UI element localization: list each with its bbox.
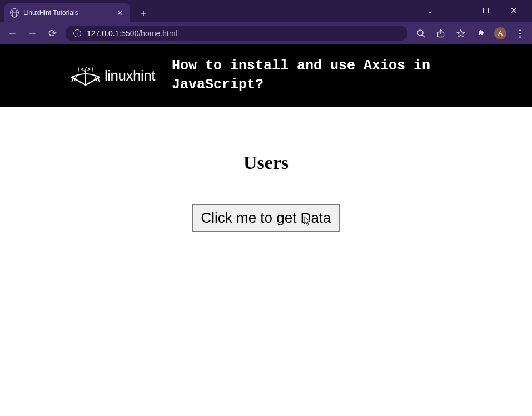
logo-mark-icon: {</>} — [71, 63, 100, 88]
url-text: 127.0.0.1:5500/home.html — [87, 29, 177, 38]
site-banner: {</>} linuxhint How to install and use A… — [0, 44, 532, 107]
tab-title: LinuxHint Tutorials — [23, 9, 111, 17]
arrow-left-icon: ← — [7, 28, 17, 38]
article-title: How to install and use Axios in JavaScri… — [172, 57, 433, 94]
site-info-icon[interactable]: i — [73, 29, 81, 37]
maximize-icon — [483, 8, 489, 13]
avatar-letter: A — [498, 29, 503, 37]
kebab-icon — [519, 29, 521, 38]
browser-toolbar: ← → ⟳ i 127.0.0.1:5500/home.html A — [0, 22, 532, 44]
site-logo[interactable]: {</>} linuxhint — [71, 63, 155, 88]
extensions-button[interactable] — [474, 27, 488, 40]
get-data-button[interactable]: Click me to get Data — [192, 204, 339, 232]
plus-icon: ＋ — [138, 6, 148, 19]
url-port: :5500 — [119, 29, 138, 38]
chevron-down-icon: ⌄ — [427, 6, 434, 15]
zoom-button[interactable] — [414, 27, 427, 40]
share-button[interactable] — [434, 27, 448, 40]
svg-line-1 — [422, 35, 425, 37]
window-controls: ⌄ ✕ — [421, 0, 532, 21]
reload-icon: ⟳ — [48, 28, 57, 38]
more-menu-button[interactable] — [513, 27, 526, 40]
tab-close-button[interactable]: ✕ — [116, 8, 125, 17]
page-content: Users Click me to get Data — [0, 107, 532, 232]
globe-icon — [10, 8, 19, 17]
close-icon: ✕ — [117, 9, 123, 17]
logo-text: linuxhint — [105, 67, 155, 84]
back-button[interactable]: ← — [6, 27, 19, 40]
arrow-right-icon: → — [27, 28, 37, 38]
new-tab-button[interactable]: ＋ — [136, 5, 151, 21]
share-icon — [436, 29, 445, 38]
puzzle-icon — [476, 29, 485, 38]
minimize-icon — [455, 11, 461, 11]
address-bar[interactable]: i 127.0.0.1:5500/home.html — [66, 26, 407, 41]
profile-avatar[interactable]: A — [494, 27, 506, 39]
tab-search-button[interactable]: ⌄ — [421, 3, 440, 18]
star-icon — [456, 29, 465, 38]
bookmark-button[interactable] — [454, 27, 468, 40]
reload-button[interactable]: ⟳ — [46, 27, 59, 40]
svg-text:{</>}: {</>} — [77, 66, 94, 72]
close-window-button[interactable]: ✕ — [504, 3, 523, 18]
magnifier-icon — [416, 29, 425, 38]
page-heading: Users — [0, 152, 532, 173]
browser-tab[interactable]: LinuxHint Tutorials ✕ — [4, 3, 130, 22]
close-icon: ✕ — [510, 6, 518, 16]
url-path: /home.html — [138, 29, 177, 38]
forward-button[interactable]: → — [26, 27, 39, 40]
maximize-button[interactable] — [476, 3, 495, 18]
url-host: 127.0.0.1 — [87, 29, 119, 38]
svg-point-0 — [417, 30, 423, 36]
window-titlebar: LinuxHint Tutorials ✕ ＋ ⌄ ✕ — [0, 0, 532, 22]
minimize-button[interactable] — [449, 3, 468, 18]
